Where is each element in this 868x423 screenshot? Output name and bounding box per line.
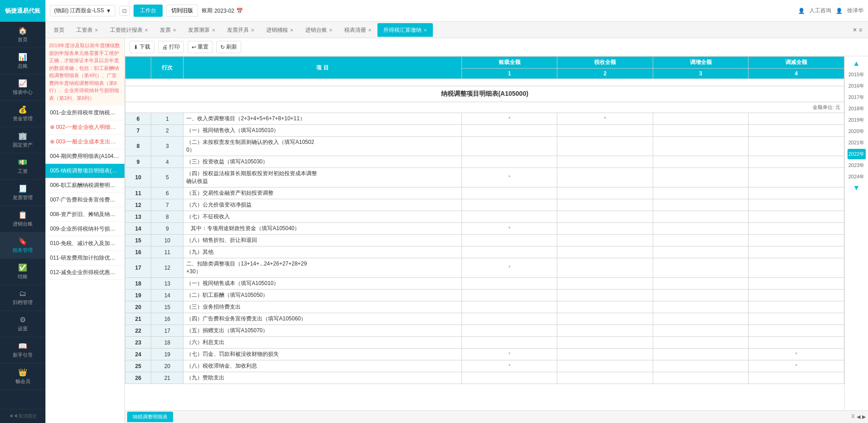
left-menu-item-005[interactable]: 005-纳税调整项目明细表(A1... bbox=[45, 164, 124, 178]
sidebar-label-tax: 税务管理 bbox=[13, 247, 33, 254]
tab-close-icon[interactable]: ✕ bbox=[94, 28, 98, 33]
left-menu-item-007[interactable]: 007-广告费和业务宣传费附... bbox=[45, 193, 124, 207]
table-row: 72（一）视同销售收入（填写A105010） bbox=[125, 125, 844, 137]
year-item-2016年[interactable]: 2016年 bbox=[848, 81, 866, 91]
table-row: 83（二）未按权责发生制原则确认的收入（填写A10502 0） bbox=[125, 137, 844, 156]
bottom-tab[interactable]: 纳税调整明细表 bbox=[127, 412, 173, 422]
username[interactable]: 徐泽华 bbox=[847, 7, 863, 15]
left-menu-item-004[interactable]: 004-期间费用明细表(A1040... bbox=[45, 149, 124, 164]
company-icon-btn[interactable]: ⊡ bbox=[119, 6, 130, 16]
tab-close-icon[interactable]: ✕ bbox=[144, 28, 148, 33]
tab-工资表[interactable]: 工资表✕ bbox=[70, 23, 104, 37]
refresh-button[interactable]: ↻ 刷新 bbox=[216, 41, 241, 53]
tab-close-icon[interactable]: ✕ bbox=[212, 28, 215, 33]
year-up-arrow[interactable]: ▲ bbox=[852, 59, 861, 69]
row-seq: 25 bbox=[125, 360, 151, 372]
scroll-left-icon[interactable]: ◀ bbox=[857, 414, 860, 420]
sidebar-item-ledger[interactable]: 📋进销台账 bbox=[0, 206, 45, 232]
tab-close-icon[interactable]: ✕ bbox=[173, 28, 176, 33]
tab-首页[interactable]: 首页 bbox=[48, 23, 70, 37]
left-menu-item-011[interactable]: 011-研发费用加计扣除优惠... bbox=[45, 251, 124, 266]
row-col-4 bbox=[749, 325, 844, 337]
tab-所得税汇算缴纳[interactable]: 所得税汇算缴纳✕ bbox=[377, 23, 433, 37]
download-button[interactable]: ⬇ 下载 bbox=[129, 41, 154, 53]
row-col-4 bbox=[749, 223, 844, 235]
row-seq: 23 bbox=[125, 337, 151, 349]
year-item-2020年[interactable]: 2020年 bbox=[848, 126, 866, 137]
left-menu-item-012[interactable]: 012-减免企业所得税优惠明细(... bbox=[45, 266, 124, 280]
year-item-2021年[interactable]: 2021年 bbox=[848, 138, 866, 148]
row-col-2 bbox=[557, 278, 653, 290]
left-menu-item-006[interactable]: 006-职工薪酬纳税调整明细... bbox=[45, 178, 124, 193]
year-item-2015年[interactable]: 2015年 bbox=[848, 69, 866, 80]
year-item-2017年[interactable]: 2017年 bbox=[848, 92, 866, 103]
switch-button[interactable]: 切到旧版 bbox=[166, 5, 198, 17]
sidebar-label-member: 畅会员 bbox=[15, 378, 30, 385]
tab-close-icon[interactable]: ✕ bbox=[368, 28, 372, 33]
sidebar-item-assets[interactable]: 🏢固定资产 bbox=[0, 127, 45, 153]
print-button[interactable]: 🖨 打印 bbox=[158, 41, 184, 53]
row-line: 1 bbox=[151, 113, 184, 125]
row-col-3 bbox=[653, 360, 749, 372]
scroll-right-icon[interactable]: ▶ bbox=[862, 414, 866, 420]
tab-进销台账[interactable]: 进销台账✕ bbox=[299, 23, 338, 37]
company-selector[interactable]: (物副) 江西股金-LSS ▼ bbox=[50, 5, 115, 16]
close-all-tabs-button[interactable]: ✕≡ bbox=[849, 27, 866, 33]
sidebar-item-tax[interactable]: 🔖税务管理 bbox=[0, 232, 45, 259]
row-item: （七）罚金、罚款和被没收财物的损失 bbox=[184, 349, 462, 360]
row-line: 21 bbox=[151, 372, 184, 384]
row-line: 9 bbox=[151, 223, 184, 235]
row-col-2 bbox=[557, 223, 653, 235]
sidebar-item-member[interactable]: 👑畅会员 bbox=[0, 364, 45, 390]
row-col-2 bbox=[557, 349, 653, 360]
service-label[interactable]: 人工咨询 bbox=[809, 7, 831, 15]
tab-发票测算[interactable]: 发票测算✕ bbox=[182, 23, 221, 37]
left-menu-item-008[interactable]: 008-资产折旧、摊销及纳税... bbox=[45, 207, 124, 222]
row-col-3 bbox=[653, 156, 749, 168]
row-line: 13 bbox=[151, 278, 184, 290]
tab-close-icon[interactable]: ✕ bbox=[329, 28, 332, 33]
reset-button[interactable]: ↩ 重置 bbox=[188, 41, 213, 53]
sidebar-footer[interactable]: ◀◀ 取消固定 bbox=[0, 409, 45, 423]
row-seq: 12 bbox=[125, 199, 151, 211]
tab-发票[interactable]: 发票✕ bbox=[154, 23, 182, 37]
left-menu-item-009[interactable]: 009-企业所得税纳补亏损明... bbox=[45, 222, 124, 236]
sidebar-item-settings[interactable]: ⚙设置 bbox=[0, 311, 45, 337]
year-down-arrow[interactable]: ▼ bbox=[852, 183, 861, 193]
year-item-2022年[interactable]: 2022年 bbox=[848, 149, 866, 159]
left-menu-item-001[interactable]: 001-企业所得税年度纳税申... bbox=[45, 106, 124, 120]
tab-label: 工资表 bbox=[76, 26, 93, 34]
tab-发票开具[interactable]: 发票开具✕ bbox=[221, 23, 260, 37]
tab-工资统计报表[interactable]: 工资统计报表✕ bbox=[104, 23, 154, 37]
sidebar-item-general[interactable]: 📊总账 bbox=[0, 48, 45, 74]
year-item-2024年[interactable]: 2024年 bbox=[848, 172, 866, 182]
sidebar-item-archive[interactable]: 🗂归档管理 bbox=[0, 285, 45, 311]
year-item-2018年[interactable]: 2018年 bbox=[848, 103, 866, 114]
sidebar-item-invoice[interactable]: 🧾发票管理 bbox=[0, 180, 45, 206]
sidebar-item-guide[interactable]: 📖新手引导 bbox=[0, 337, 45, 364]
left-menu-item-003[interactable]: ⊗ 003-一般企业成本支出明细... bbox=[45, 135, 124, 149]
sidebar-item-home[interactable]: 🏠首页 bbox=[0, 22, 45, 48]
sidebar-item-reports[interactable]: 📈报表中心 bbox=[0, 74, 45, 101]
close-all-icon: ✕ bbox=[853, 27, 857, 33]
sidebar-item-close[interactable]: ✅结账 bbox=[0, 259, 45, 285]
row-col-4 bbox=[749, 168, 844, 187]
year-item-2019年[interactable]: 2019年 bbox=[848, 115, 866, 125]
workbench-button[interactable]: 工作台 bbox=[134, 5, 163, 17]
year-item-2023年[interactable]: 2023年 bbox=[848, 160, 866, 171]
tab-close-icon[interactable]: ✕ bbox=[423, 28, 427, 33]
row-col-3 bbox=[653, 137, 749, 156]
sidebar-item-funds[interactable]: 💰资金管理 bbox=[0, 101, 45, 127]
row-col-2 bbox=[557, 137, 653, 156]
tab-close-icon[interactable]: ✕ bbox=[251, 28, 254, 33]
sidebar-label-reports: 报表中心 bbox=[13, 89, 33, 96]
tab-close-icon[interactable]: ✕ bbox=[290, 28, 293, 33]
left-menu-item-010[interactable]: 010-免税、减计收入及加计... bbox=[45, 236, 124, 251]
sidebar-item-salary[interactable]: 💵工资 bbox=[0, 153, 45, 180]
row-item: （九）其他 bbox=[184, 246, 462, 258]
calendar-icon[interactable]: 📅 bbox=[236, 8, 243, 14]
tab-进销稽核[interactable]: 进销稽核✕ bbox=[260, 23, 299, 37]
tab-税表清册[interactable]: 税表清册✕ bbox=[338, 23, 377, 37]
table-row: 1813（一）视同销售成本（填写A105010） bbox=[125, 278, 844, 290]
left-menu-item-002[interactable]: ⊗ 002-一般企业收入明细表(A1... bbox=[45, 120, 124, 135]
